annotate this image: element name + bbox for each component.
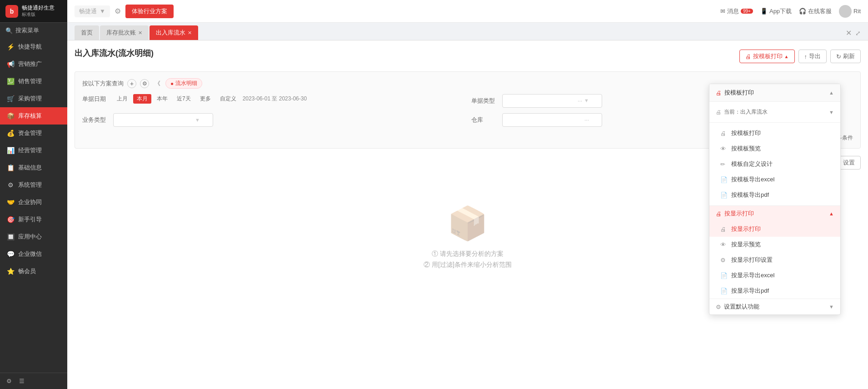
sidebar-item-shortcut[interactable]: ⚡ 快捷导航 bbox=[0, 38, 67, 55]
print-template-btn[interactable]: 🖨 按模板打印 ▲ bbox=[739, 50, 795, 63]
filter-collapse-btn[interactable]: 《 bbox=[153, 79, 162, 88]
messages-btn[interactable]: ✉ 消息 99+ bbox=[720, 7, 753, 15]
dropdown-item-template-excel[interactable]: 📄 按模板导出excel bbox=[709, 172, 840, 187]
warehouse-field-label: 仓库 bbox=[471, 116, 499, 124]
user-dropdown-arrow: ▼ bbox=[100, 8, 105, 15]
type-select[interactable]: ··· ▼ bbox=[502, 94, 602, 108]
sidebar-item-label: 库存核算 bbox=[18, 112, 42, 120]
user-avatar-area[interactable]: Rit bbox=[839, 5, 861, 18]
settings-icon[interactable]: ⚙ bbox=[6, 378, 12, 384]
maximize-icon[interactable]: ⤢ bbox=[855, 30, 861, 37]
warehouse-more[interactable]: ··· bbox=[584, 117, 589, 123]
dropdown-item-display-print[interactable]: 🖨 按显示打印 bbox=[709, 221, 840, 237]
date-tab-this-year[interactable]: 本年 bbox=[153, 94, 171, 104]
app-download-btn[interactable]: 📱 App下载 bbox=[760, 7, 792, 15]
template-print-icon: 🖨 bbox=[720, 130, 728, 137]
tab-batch-close[interactable]: ✕ bbox=[138, 30, 142, 36]
display-section-toggle[interactable]: 🖨 按显示打印 ▲ bbox=[709, 206, 840, 221]
type-field-label: 单据类型 bbox=[471, 97, 499, 105]
filter-add-btn[interactable]: + bbox=[127, 79, 136, 88]
type-select-more[interactable]: ··· bbox=[578, 98, 582, 104]
sidebar-item-apps[interactable]: 🔲 应用中心 bbox=[0, 228, 67, 245]
dropdown-item-display-preview[interactable]: 👁 按显示预览 bbox=[709, 237, 840, 252]
tab-flow-close[interactable]: ✕ bbox=[188, 30, 192, 36]
export-icon: ↑ bbox=[804, 53, 808, 60]
brand-name: 畅捷通好生意 bbox=[22, 5, 55, 12]
dropdown-item-template-design[interactable]: ✏ 模板自定义设计 bbox=[709, 156, 840, 172]
guide-icon: 🎯 bbox=[6, 216, 15, 223]
export-btn[interactable]: ↑ 导出 bbox=[798, 50, 827, 63]
sidebar-item-operations[interactable]: 📊 经营管理 bbox=[0, 142, 67, 159]
sidebar-item-member[interactable]: ⭐ 畅会员 bbox=[0, 263, 67, 280]
date-tab-this-month[interactable]: 本月 bbox=[133, 94, 151, 104]
sidebar-item-label: 新手引导 bbox=[18, 215, 42, 224]
biz-select[interactable]: ▼ bbox=[113, 113, 213, 127]
dropdown-item-display-settings[interactable]: ⚙ 按显示打印设置 bbox=[709, 252, 840, 268]
tab-actions: ✕ ⤢ bbox=[846, 29, 861, 40]
tab-home[interactable]: 首页 bbox=[75, 25, 99, 40]
user-area[interactable]: 畅捷通 ▼ bbox=[75, 5, 110, 17]
filter-setting-btn[interactable]: ⚙ bbox=[140, 79, 149, 88]
top-header: 畅捷通 ▼ ⚙ 体验行业方案 ✉ 消息 99+ 📱 App下载 🎧 在线客服 bbox=[67, 0, 868, 23]
template-excel-label: 按模板导出excel bbox=[731, 175, 774, 184]
dropdown-header-arrow[interactable]: ▲ bbox=[829, 90, 834, 95]
sidebar-search[interactable]: 🔍 搜索菜单 bbox=[0, 23, 67, 38]
display-section-icon: 🖨 bbox=[716, 210, 722, 217]
sidebar-item-collab[interactable]: 🤝 企业协同 bbox=[0, 194, 67, 211]
export-label: 导出 bbox=[809, 52, 821, 60]
dropdown-item-template-preview[interactable]: 👁 按模板预览 bbox=[709, 141, 840, 156]
display-settings-icon: ⚙ bbox=[720, 257, 728, 264]
sidebar-item-base[interactable]: 📋 基础信息 bbox=[0, 159, 67, 176]
industry-btn[interactable]: 体验行业方案 bbox=[125, 5, 174, 18]
sidebar-item-label: 资金管理 bbox=[18, 129, 42, 137]
marketing-icon: 📢 bbox=[6, 60, 15, 68]
sidebar-item-sales[interactable]: 💹 销售管理 bbox=[0, 73, 67, 90]
dropdown-item-display-pdf[interactable]: 📄 按显示导出pdf bbox=[709, 283, 840, 299]
tab-batch[interactable]: 库存批次账 ✕ bbox=[100, 25, 149, 40]
sidebar-item-inventory[interactable]: 📦 库存核算 bbox=[0, 107, 67, 125]
dropdown-item-display-excel[interactable]: 📄 按显示导出excel bbox=[709, 268, 840, 283]
date-tab-custom[interactable]: 自定义 bbox=[216, 94, 240, 104]
display-preview-label: 按显示预览 bbox=[731, 240, 761, 249]
sidebar-item-label: 快捷导航 bbox=[18, 43, 42, 51]
sidebar-item-label: 基础信息 bbox=[18, 164, 42, 172]
main-area: 畅捷通 ▼ ⚙ 体验行业方案 ✉ 消息 99+ 📱 App下载 🎧 在线客服 bbox=[67, 0, 868, 389]
online-service-btn[interactable]: 🎧 在线客服 bbox=[799, 7, 832, 15]
print-label: 按模板打印 bbox=[753, 52, 783, 60]
dropdown-title-text: 按模板打印 bbox=[724, 89, 754, 97]
date-tab-more[interactable]: 更多 bbox=[196, 94, 215, 104]
filter-tag-dot: ● bbox=[170, 80, 174, 87]
warehouse-select[interactable]: ··· bbox=[502, 113, 602, 127]
sales-icon: 💹 bbox=[6, 78, 15, 85]
date-tab-last-month[interactable]: 上月 bbox=[113, 94, 131, 104]
sidebar-item-purchase[interactable]: 🛒 采购管理 bbox=[0, 90, 67, 107]
filter-tag-shuimingxi[interactable]: ● 流水明细 bbox=[165, 78, 202, 89]
messages-label: 消息 bbox=[727, 7, 739, 15]
dropdown-item-template-pdf[interactable]: 📄 按模板导出pdf bbox=[709, 187, 840, 203]
sidebar-item-system[interactable]: ⚙ 系统管理 bbox=[0, 176, 67, 194]
close-window-icon[interactable]: ✕ bbox=[846, 29, 852, 37]
sidebar-item-wechat[interactable]: 💬 企业微信 bbox=[0, 245, 67, 263]
page-content: 出入库流水(流水明细) 🖨 按模板打印 ▲ ↑ 导出 ↻ 刷新 bbox=[67, 40, 868, 389]
display-pdf-label: 按显示导出pdf bbox=[731, 287, 769, 295]
finance-icon: 💰 bbox=[6, 130, 15, 137]
tab-flow[interactable]: 出入库流水 ✕ bbox=[150, 25, 198, 40]
shortcut-icon: ⚡ bbox=[6, 43, 15, 50]
type-select-arrow: ▼ bbox=[584, 98, 589, 104]
sidebar-item-marketing[interactable]: 📢 营销推广 bbox=[0, 55, 67, 73]
base-icon: 📋 bbox=[6, 164, 15, 171]
current-arrow[interactable]: ▼ bbox=[829, 110, 834, 115]
sidebar-item-guide[interactable]: 🎯 新手引导 bbox=[0, 211, 67, 228]
menu-toggle-icon[interactable]: ☰ bbox=[19, 378, 25, 384]
online-service-label: 在线客服 bbox=[808, 7, 832, 15]
date-field-label: 单据日期 bbox=[82, 95, 110, 103]
template-print-label: 按模板打印 bbox=[731, 129, 761, 137]
settings-gear-icon[interactable]: ⚙ bbox=[115, 7, 121, 15]
refresh-btn[interactable]: ↻ 刷新 bbox=[830, 50, 861, 63]
dropdown-footer[interactable]: ⚙ 设置默认功能 ▼ bbox=[709, 299, 840, 314]
dropdown-item-template-print[interactable]: 🖨 按模板打印 bbox=[709, 125, 840, 141]
sidebar-nav: ⚡ 快捷导航 📢 营销推广 💹 销售管理 🛒 采购管理 📦 库存核算 💰 资金管… bbox=[0, 38, 67, 373]
date-tab-7days[interactable]: 近7天 bbox=[173, 94, 195, 104]
dropdown-current-section: 🖨 当前：出入库流水 ▼ bbox=[709, 102, 840, 123]
sidebar-item-finance[interactable]: 💰 资金管理 bbox=[0, 125, 67, 142]
